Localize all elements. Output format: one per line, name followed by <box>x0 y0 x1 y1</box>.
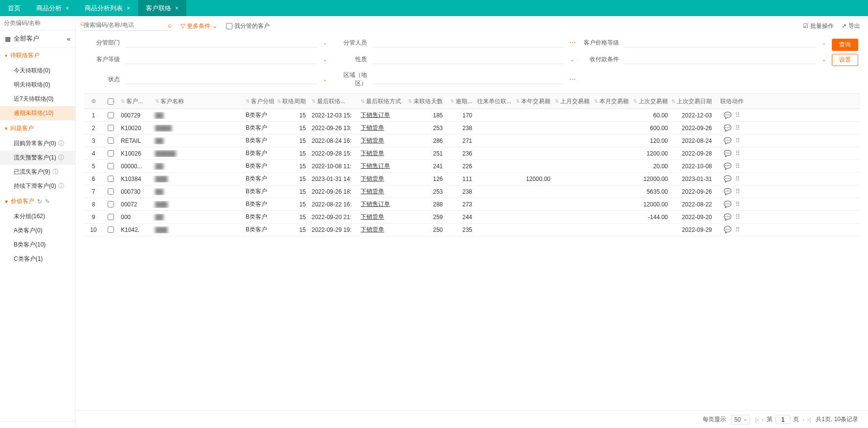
my-customers-input[interactable] <box>226 23 232 29</box>
filter-status-input[interactable] <box>125 74 317 84</box>
row-checkbox[interactable] <box>108 125 114 131</box>
cell-lastway-link[interactable]: 下销售订单 <box>358 200 407 208</box>
chat-icon[interactable]: 💬 <box>724 188 731 195</box>
more-icon[interactable]: ⠿ <box>735 150 740 157</box>
sidebar-item[interactable]: B类客户(10) <box>0 238 75 252</box>
col-lastdate[interactable]: ⇅上次交易日期 <box>671 97 715 106</box>
chat-icon[interactable]: 💬 <box>724 226 731 233</box>
table-row[interactable]: 10K1042.███B类客户152022-09-29 19:下销货单25023… <box>84 224 860 236</box>
table-row[interactable]: 3RETAIL██B类客户152022-08-24 16:下销货单2862711… <box>84 135 860 147</box>
cell-lastway-link[interactable]: 下销售订单 <box>358 111 407 119</box>
row-checkbox[interactable] <box>108 214 114 220</box>
chevron-down-icon[interactable]: ⌄ <box>821 40 827 45</box>
cell-lastway-link[interactable]: 下销货单 <box>358 225 407 234</box>
search-input[interactable] <box>84 22 164 28</box>
col-days[interactable]: ⇅未联络天数 <box>407 97 446 106</box>
filter-level-input[interactable] <box>125 54 317 64</box>
batch-action[interactable]: ☑批量操作 <box>803 22 834 30</box>
sidebar-item[interactable]: 今天待联络(0) <box>0 64 75 78</box>
table-row[interactable]: 2K10020████B类客户152022-09-26 13:下销货单25323… <box>84 122 860 135</box>
help-icon[interactable]: ⓘ <box>58 139 64 148</box>
sidebar-item[interactable]: 明天待联络(0) <box>0 78 75 92</box>
more-icon[interactable]: ⠿ <box>735 137 740 144</box>
tab-0[interactable]: 首页 <box>0 0 28 16</box>
last-page-icon[interactable]: ›| <box>807 416 811 423</box>
sidebar-group-title[interactable]: ▾待联络客户 <box>0 47 75 64</box>
row-checkbox[interactable] <box>108 163 114 169</box>
my-customers-checkbox[interactable]: 我分管的客户 <box>226 22 270 30</box>
first-page-icon[interactable]: |‹ <box>755 416 759 423</box>
table-row[interactable]: 800072███B类客户152022-08-22 16:下销售订单288273… <box>84 198 860 211</box>
sidebar-group-title[interactable]: ▾问题客户 <box>0 120 75 136</box>
filter-dept-input[interactable] <box>125 38 317 47</box>
sidebar-search-input[interactable] <box>4 20 77 26</box>
search-icon[interactable]: ⌕ <box>168 21 172 29</box>
sidebar-item[interactable]: 近7天待联络(0) <box>0 92 75 106</box>
chat-icon[interactable]: 💬 <box>724 213 731 221</box>
cell-lastway-link[interactable]: 下销货单 <box>358 149 407 158</box>
chat-icon[interactable]: 💬 <box>724 162 731 170</box>
sidebar-item[interactable]: C类客户(1) <box>0 252 75 266</box>
row-checkbox[interactable] <box>108 112 114 118</box>
select-all-checkbox[interactable] <box>108 98 114 105</box>
more-icon[interactable]: ⠿ <box>735 112 740 119</box>
export-action[interactable]: ↗导出 <box>842 22 860 30</box>
chevron-down-icon[interactable]: ⌄ <box>322 57 328 62</box>
chat-icon[interactable]: 💬 <box>724 201 731 208</box>
chat-icon[interactable]: 💬 <box>724 112 731 119</box>
sidebar-item[interactable]: 逾期未联络(10) <box>0 106 75 120</box>
gear-icon[interactable]: ⚙ <box>84 98 103 105</box>
tab-1[interactable]: 商品分析× <box>28 0 77 16</box>
search-icon[interactable]: ⌕ <box>80 19 84 27</box>
col-over[interactable]: ⇅逾期... <box>446 97 475 106</box>
col-lastamt[interactable]: ⇅上次交易额 <box>632 97 671 106</box>
close-icon[interactable]: × <box>66 5 69 12</box>
prev-page-icon[interactable]: ‹ <box>762 416 764 423</box>
more-icon[interactable]: ⋯ <box>569 39 575 46</box>
more-icon[interactable]: ⠿ <box>735 175 740 182</box>
filter-nature-input[interactable] <box>372 54 564 64</box>
col-unit[interactable]: 往来单位联... <box>475 97 514 106</box>
tab-2[interactable]: 商品分析列表× <box>77 0 138 16</box>
perpage-select[interactable]: 50 <box>731 415 750 425</box>
col-lastway[interactable]: ⇅最后联络方式 <box>358 97 407 106</box>
price-group-title[interactable]: ▾ 价值客户 ↻ ✎ <box>0 193 75 209</box>
chevron-down-icon[interactable]: ⌄ <box>322 77 328 82</box>
more-icon[interactable]: ⠿ <box>735 124 740 132</box>
col-cycle[interactable]: ⇅联络周期 <box>274 97 309 106</box>
sidebar-all-customers[interactable]: ▦ 全部客户 « <box>0 30 75 47</box>
collapse-icon[interactable]: « <box>67 35 70 43</box>
sidebar-scrollbar[interactable] <box>0 421 75 428</box>
sidebar-item[interactable]: 流失预警客户(1)ⓘ <box>0 151 75 165</box>
filter-person-input[interactable] <box>372 38 564 47</box>
help-icon[interactable]: ⓘ <box>52 168 58 176</box>
cell-lastway-link[interactable]: 下销货单 <box>358 136 407 145</box>
table-row[interactable]: 1000729██B类客户152022-12-03 15:下销售订单185170… <box>84 109 860 122</box>
table-row[interactable]: 6K10384███B类客户152023-01-31 14:下销货单126111… <box>84 173 860 185</box>
more-icon[interactable]: ⠿ <box>735 162 740 170</box>
row-checkbox[interactable] <box>108 176 114 182</box>
more-icon[interactable]: ⠿ <box>735 201 740 208</box>
row-checkbox[interactable] <box>108 150 114 157</box>
table-row[interactable]: 7000730██B类客户152022-09-26 18:下销货单2532385… <box>84 185 860 198</box>
help-icon[interactable]: ⓘ <box>58 182 64 190</box>
filter-price-input[interactable] <box>624 38 816 47</box>
chat-icon[interactable]: 💬 <box>724 137 731 144</box>
next-page-icon[interactable]: › <box>802 416 804 423</box>
more-conditions[interactable]: ▽ 更多条件 ⌄ <box>181 22 217 30</box>
page-input[interactable] <box>776 415 790 424</box>
more-icon[interactable]: ⋯ <box>569 75 575 83</box>
more-icon[interactable]: ⠿ <box>735 188 740 195</box>
settings-button[interactable]: 设置 <box>832 54 858 66</box>
chat-icon[interactable]: 💬 <box>724 175 731 182</box>
more-icon[interactable]: ⠿ <box>735 226 740 233</box>
table-row[interactable]: 4K10026█████B类客户152022-09-28 15:下销货单2512… <box>84 147 860 160</box>
chevron-down-icon[interactable]: ⌄ <box>322 40 328 45</box>
help-icon[interactable]: ⓘ <box>58 154 64 162</box>
edit-icon[interactable]: ✎ <box>45 198 50 205</box>
col-year[interactable]: ⇅本年交易额 <box>514 97 553 106</box>
row-checkbox[interactable] <box>108 226 114 233</box>
chevron-down-icon[interactable]: ⌄ <box>821 57 827 62</box>
col-code[interactable]: ⇅客户... <box>118 97 152 106</box>
table-row[interactable]: 9000██B类客户152022-09-20 21:下销货单259244-144… <box>84 211 860 224</box>
